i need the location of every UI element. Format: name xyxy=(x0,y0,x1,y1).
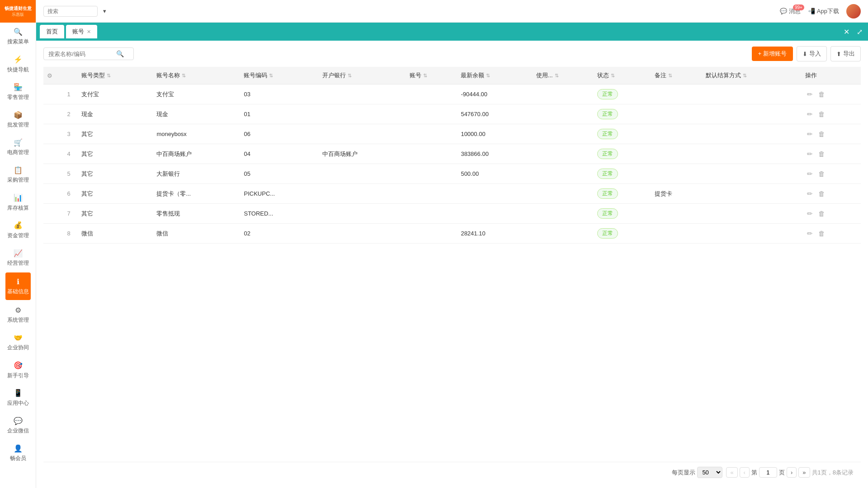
add-account-button[interactable]: + 新增账号 xyxy=(752,47,793,61)
th-name[interactable]: 账号名称⇅ xyxy=(153,67,240,84)
edit-button[interactable]: ✏ xyxy=(805,190,815,198)
sidebar-item-basic[interactable]: ℹ基础信息 xyxy=(5,272,31,300)
tab-account[interactable]: 账号 ✕ xyxy=(66,25,97,38)
prev-page-button[interactable]: ‹ xyxy=(740,467,750,478)
tabbar-maximize-button[interactable]: ⤢ xyxy=(855,26,864,38)
delete-button[interactable]: 🗑 xyxy=(816,150,827,158)
cell-status: 正常 xyxy=(594,164,651,184)
topbar-search-input[interactable] xyxy=(47,8,84,14)
cell-usage xyxy=(533,224,594,244)
th-code[interactable]: 账号编码⇅ xyxy=(240,67,319,84)
table-row: 1 支付宝 支付宝 03 -90444.00 正常 ✏ 🗑 xyxy=(43,84,861,104)
topbar-search-box[interactable] xyxy=(43,6,98,17)
cell-num: 4 xyxy=(60,144,78,164)
edit-button[interactable]: ✏ xyxy=(805,130,815,138)
delete-button[interactable]: 🗑 xyxy=(816,170,827,178)
sidebar-item-quick[interactable]: ⚡快捷导航 xyxy=(4,50,33,78)
search-box[interactable]: 🔍 xyxy=(43,47,134,60)
logo: 畅捷通财生意 乐惠版 xyxy=(0,0,36,23)
tab-close-icon[interactable]: ✕ xyxy=(87,29,91,35)
sidebar-item-app[interactable]: 📱应用中心 xyxy=(4,384,33,411)
th-settlement[interactable]: 默认结算方式⇅ xyxy=(702,67,802,84)
sort-code-icon: ⇅ xyxy=(269,73,273,79)
delete-button[interactable]: 🗑 xyxy=(816,230,827,237)
page-number-input[interactable] xyxy=(759,467,777,478)
topbar-dropdown[interactable]: ▾ xyxy=(103,8,106,14)
next-page-button[interactable]: › xyxy=(787,467,797,478)
th-usage[interactable]: 使用...⇅ xyxy=(533,67,594,84)
cell-remark xyxy=(651,164,702,184)
sidebar-label-system: 系统管理 xyxy=(7,316,29,324)
edit-button[interactable]: ✏ xyxy=(805,170,815,178)
sidebar-item-finance[interactable]: 💰资金管理 xyxy=(4,216,33,244)
first-page-button[interactable]: « xyxy=(726,467,737,478)
tabbar-close-button[interactable]: ✕ xyxy=(842,26,851,38)
sort-name-icon: ⇅ xyxy=(182,73,186,79)
sidebar-item-purchase[interactable]: 📋采购管理 xyxy=(4,161,33,188)
th-type[interactable]: 账号类型⇅ xyxy=(78,67,153,84)
edit-button[interactable]: ✏ xyxy=(805,110,815,118)
cell-account xyxy=(406,84,457,104)
sidebar-item-ecommerce[interactable]: 🛒电商管理 xyxy=(4,133,33,161)
import-button[interactable]: ⬇ 导入 xyxy=(797,46,827,61)
sidebar-item-member[interactable]: 👤畅会员 xyxy=(4,439,33,467)
edit-button[interactable]: ✏ xyxy=(805,230,815,238)
topbar: ▾ 💬 消息 99+ 📲 App下载 xyxy=(36,0,868,23)
status-badge: 正常 xyxy=(597,228,618,239)
delete-button[interactable]: 🗑 xyxy=(816,190,827,197)
sort-status-icon: ⇅ xyxy=(611,73,615,79)
import-label: 导入 xyxy=(809,50,821,58)
sort-usage-icon: ⇅ xyxy=(555,73,559,79)
wholesale-icon: 📦 xyxy=(14,110,23,120)
sidebar-item-search[interactable]: 🔍搜索菜单 xyxy=(4,23,33,50)
edit-button[interactable]: ✏ xyxy=(805,210,815,218)
last-page-button[interactable]: » xyxy=(798,467,810,478)
edit-button[interactable]: ✏ xyxy=(805,150,815,158)
th-settings[interactable]: ⚙ xyxy=(43,67,60,84)
th-account[interactable]: 账号⇅ xyxy=(406,67,457,84)
cell-settings xyxy=(43,224,60,244)
messages-button[interactable]: 💬 消息 99+ xyxy=(780,7,801,15)
cell-remark xyxy=(651,144,702,164)
export-button[interactable]: ⬆ 导出 xyxy=(830,46,861,61)
cell-status: 正常 xyxy=(594,124,651,144)
th-balance[interactable]: 最新余额⇅ xyxy=(457,67,532,84)
th-remark[interactable]: 备注⇅ xyxy=(651,67,702,84)
cell-type: 其它 xyxy=(78,164,153,184)
cell-settings xyxy=(43,144,60,164)
th-status[interactable]: 状态⇅ xyxy=(594,67,651,84)
sidebar-item-wholesale[interactable]: 📦批发管理 xyxy=(4,106,33,133)
cell-account xyxy=(406,124,457,144)
sidebar-item-wechat[interactable]: 💬企业微信 xyxy=(4,412,33,439)
page-size-dropdown[interactable]: 50 10 20 100 xyxy=(697,467,722,478)
cell-type: 其它 xyxy=(78,124,153,144)
sidebar-item-operation[interactable]: 📈经营管理 xyxy=(4,244,33,272)
tab-home[interactable]: 首页 xyxy=(40,25,64,38)
tabbar: 首页 账号 ✕ ✕ ⤢ xyxy=(36,23,868,41)
operation-icon: 📈 xyxy=(14,249,23,258)
sidebar-item-retail[interactable]: 🏪零售管理 xyxy=(4,78,33,105)
cell-settings xyxy=(43,124,60,144)
delete-button[interactable]: 🗑 xyxy=(816,130,827,138)
cell-code: 04 xyxy=(240,144,319,164)
sidebar-label-basic: 基础信息 xyxy=(7,288,29,296)
sidebar-item-system[interactable]: ⚙系统管理 xyxy=(4,301,33,328)
sidebar-item-guide[interactable]: 🎯新手引导 xyxy=(4,356,33,384)
cell-num: 2 xyxy=(60,104,78,124)
edit-button[interactable]: ✏ xyxy=(805,90,815,99)
sidebar-item-inventory[interactable]: 📊库存核算 xyxy=(4,188,33,216)
cell-code: 01 xyxy=(240,104,319,124)
sidebar-item-enterprise[interactable]: 🤝企业协同 xyxy=(4,328,33,356)
search-input[interactable] xyxy=(48,51,116,57)
user-avatar[interactable] xyxy=(846,4,861,19)
delete-button[interactable]: 🗑 xyxy=(816,210,827,217)
member-icon: 👤 xyxy=(14,444,23,454)
cell-op: ✏ 🗑 xyxy=(802,144,861,164)
delete-button[interactable]: 🗑 xyxy=(816,90,827,98)
quick-icon: ⚡ xyxy=(14,55,23,65)
delete-button[interactable]: 🗑 xyxy=(816,110,827,118)
table-row: 7 其它 零售抵现 STORED... 正常 ✏ 🗑 xyxy=(43,204,861,224)
download-button[interactable]: 📲 App下载 xyxy=(808,7,839,15)
th-bank[interactable]: 开户银行⇅ xyxy=(319,67,406,84)
enterprise-icon: 🤝 xyxy=(14,333,23,343)
